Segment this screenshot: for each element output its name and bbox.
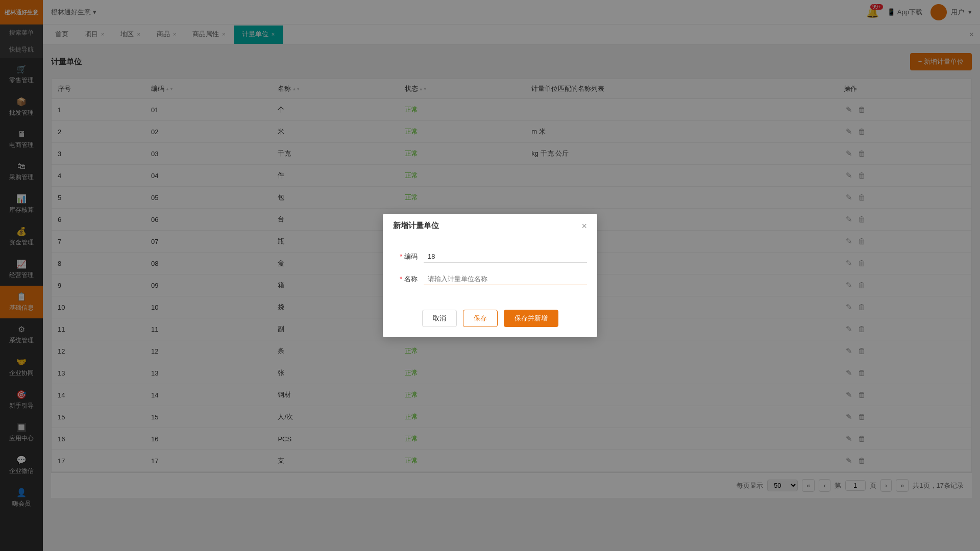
name-label: 名称 [393,274,424,284]
cancel-button[interactable]: 取消 [422,310,457,327]
form-row-name: 名称 [393,273,587,285]
dialog-close-button[interactable]: × [581,221,587,231]
dialog-header: 新增计量单位 × [383,214,597,238]
code-label: 编码 [393,252,424,261]
modal-overlay[interactable]: 新增计量单位 × 编码 名称 取消 保存 保存并新增 [0,0,980,551]
dialog-title: 新增计量单位 [393,221,439,231]
add-unit-dialog: 新增计量单位 × 编码 名称 取消 保存 保存并新增 [383,214,597,337]
form-row-code: 编码 [393,251,587,263]
save-and-new-button[interactable]: 保存并新增 [504,310,558,327]
dialog-body: 编码 名称 [383,238,597,304]
save-button[interactable]: 保存 [463,310,498,327]
name-input[interactable] [424,273,587,285]
code-input[interactable] [424,251,587,263]
dialog-footer: 取消 保存 保存并新增 [383,304,597,337]
